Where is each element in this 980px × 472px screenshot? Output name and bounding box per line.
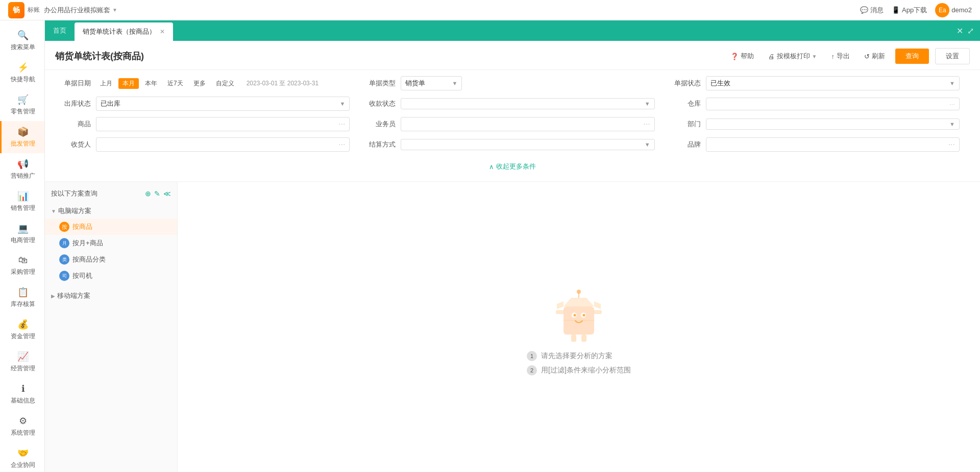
product-scheme-icon: 按 [59,222,69,232]
workspace-chevron-icon: ▼ [112,7,117,13]
collab-icon: 🤝 [17,447,29,459]
receipt-status-chevron-icon: ▼ [645,101,650,107]
sidebar-item-operations[interactable]: 📈 经营管理 [0,346,44,378]
sidebar-item-finance[interactable]: 💰 资金管理 [0,314,44,346]
tree-section-mobile[interactable]: ▶ 移动端方案 [45,288,177,303]
username: demo2 [951,6,972,14]
doc-status-select[interactable]: 已生效 ▼ [706,76,960,90]
edit-scheme-button[interactable]: ✎ [154,190,160,198]
empty-step-1: 1 请先选择要分析的方案 [527,351,631,361]
doc-type-label: 单据类型 [360,79,401,88]
wholesale-icon: 📦 [17,126,29,137]
payment-select[interactable]: ▼ [401,139,654,150]
brand-dots-icon: ··· [948,140,955,149]
app-download-button[interactable]: 📱 App下载 [892,6,927,15]
print-chevron-icon: ▼ [812,54,817,59]
tree-item-by-driver[interactable]: 司 按司机 [45,268,177,284]
system-icon: ⚙ [19,415,27,427]
print-button[interactable]: 🖨 按模板打印 ▼ [764,50,821,63]
doc-type-select[interactable]: 销货单 ▼ [401,76,462,90]
sidebar-item-basic[interactable]: ℹ 基础信息 [0,378,44,410]
date-label: 单据日期 [55,79,96,88]
tab-close-icon[interactable]: ✕ [160,28,165,35]
message-button[interactable]: 💬 消息 [860,6,884,15]
svg-rect-7 [571,335,576,342]
svg-rect-9 [556,310,564,314]
basic-icon: ℹ [21,383,25,394]
sidebar-item-sales[interactable]: 📊 销售管理 [0,185,44,218]
date-shortcut-this-year[interactable]: 本年 [141,78,161,89]
collapse-button[interactable]: ∧ 收起更多条件 [55,158,970,175]
consignee-label: 收货人 [55,140,96,149]
page-title: 销货单统计表(按商品) [55,50,144,62]
tab-home[interactable]: 首页 [45,20,75,41]
collapse-panel-button[interactable]: ≪ [163,190,171,198]
svg-rect-10 [594,310,602,314]
consignee-input[interactable]: ··· [96,137,350,152]
goods-input[interactable]: ··· [96,117,350,131]
sidebar-item-wholesale[interactable]: 📦 批发管理 [0,121,44,153]
warehouse-select[interactable]: ··· [706,98,960,110]
left-panel: 按以下方案查询 ⊕ ✎ ≪ ▼ 电脑端方案 [45,182,178,472]
step-num-2: 2 [527,365,537,375]
date-shortcut-custom[interactable]: 自定义 [212,78,238,89]
user-menu[interactable]: Ea demo2 [935,3,972,17]
doc-status-label: 单据状态 [665,79,706,88]
empty-state: 1 请先选择要分析的方案 2 用[过滤]条件来缩小分析范围 [527,278,631,375]
sidebar-item-collab[interactable]: 🤝 企业协同 [0,442,44,472]
out-status-select[interactable]: 已出库 ▼ [96,97,350,111]
category-scheme-icon: 类 [59,254,69,265]
tree-item-by-category[interactable]: 类 按商品分类 [45,251,177,268]
panel-title: 按以下方案查询 [51,189,97,198]
receipt-status-label: 收款状态 [360,99,401,108]
tree-chevron-desktop-icon: ▼ [51,208,56,214]
ecommerce-icon: 💻 [17,223,29,234]
refresh-button[interactable]: ↺ 刷新 [860,50,889,63]
tree-item-by-month-product[interactable]: 月 按月+商品 [45,235,177,251]
quicknav-icon: ⚡ [17,62,29,73]
search-icon: 🔍 [17,30,29,41]
payment-label: 结算方式 [360,140,401,149]
brand-input[interactable]: ··· [706,137,960,152]
print-icon: 🖨 [768,53,775,60]
empty-illustration [546,278,612,345]
out-status-chevron-icon: ▼ [339,101,345,107]
date-shortcut-this-month[interactable]: 本月 [118,78,139,89]
finance-icon: 💰 [17,319,29,330]
sidebar-item-purchase[interactable]: 🛍 采购管理 [0,250,44,281]
sidebar-item-search[interactable]: 🔍 搜索菜单 [0,25,44,57]
expand-icon[interactable]: ⤢ [967,26,974,36]
sidebar-item-quicknav[interactable]: ⚡ 快捷导航 [0,57,44,89]
sidebar-item-retail[interactable]: 🛒 零售管理 [0,89,44,121]
tree-item-by-product[interactable]: 按 按商品 [45,219,177,235]
export-button[interactable]: ↑ 导出 [827,50,854,63]
settings-button[interactable]: 设置 [935,48,970,64]
salesperson-input[interactable]: ··· [401,117,654,131]
date-shortcut-last-month[interactable]: 上月 [96,78,116,89]
filter-area: 单据日期 上月 本月 本年 近7天 更多 自定义 2023-03-01 至 20… [45,70,980,182]
tree-section-desktop[interactable]: ▼ 电脑端方案 [45,203,177,219]
logo-subtitle: 标账 [28,6,40,14]
tab-sales-report[interactable]: 销货单统计表（按商品） ✕ [75,22,173,41]
date-shortcut-more[interactable]: 更多 [189,78,210,89]
tree-chevron-mobile-icon: ▶ [51,293,55,299]
svg-point-3 [574,314,576,317]
export-icon: ↑ [831,53,835,60]
doc-status-chevron-icon: ▼ [949,80,955,86]
help-button[interactable]: ❓ 帮助 [726,50,758,63]
salesperson-label: 业务员 [360,120,401,129]
receipt-status-select[interactable]: ▼ [401,98,654,109]
dept-select[interactable]: ▼ [706,119,960,130]
sidebar-item-inventory[interactable]: 📋 库存核算 [0,281,44,314]
query-button[interactable]: 查询 [895,49,929,64]
sidebar-item-system[interactable]: ⚙ 系统管理 [0,410,44,442]
empty-step-2: 2 用[过滤]条件来缩小分析范围 [527,365,631,375]
svg-point-6 [577,290,581,294]
sidebar: 🔍 搜索菜单 ⚡ 快捷导航 🛒 零售管理 📦 批发管理 📢 营销推广 📊 销售管… [0,20,45,472]
sidebar-item-ecommerce[interactable]: 💻 电商管理 [0,218,44,250]
sidebar-item-marketing[interactable]: 📢 营销推广 [0,153,44,185]
add-scheme-button[interactable]: ⊕ [145,190,151,198]
date-shortcut-7days[interactable]: 近7天 [163,78,187,89]
workspace-selector[interactable]: 办公用品行业模拟账套 ▼ [44,6,117,15]
close-window-icon[interactable]: ✕ [957,26,963,36]
